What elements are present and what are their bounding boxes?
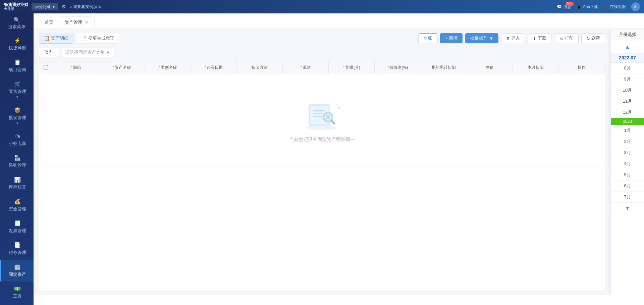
month-item-1[interactable]: 1月 bbox=[611, 125, 644, 136]
chevron-down-icon: ▼ bbox=[52, 4, 56, 9]
sidebar-item-project-contract[interactable]: 📋 项目合同 bbox=[0, 55, 34, 77]
year-2023-badge: 2023 bbox=[611, 118, 644, 125]
month-item-11[interactable]: 11月 bbox=[611, 96, 644, 107]
month-item-10[interactable]: 10月 bbox=[611, 85, 644, 96]
sidebar-item-ecommerce[interactable]: 🛍 小畅电商 bbox=[0, 129, 34, 151]
tab-asset-mgmt-label: 资产管理 bbox=[65, 19, 82, 26]
sidebar-item-tax-mgmt[interactable]: 📑 税务管理 bbox=[0, 238, 34, 260]
month-item-7[interactable]: 7月 bbox=[611, 192, 644, 203]
app-download-button[interactable]: 📱 App下载 bbox=[577, 4, 598, 10]
content-area: 首页 资产管理 ✕ 📋 资产明细 📄 变更生成凭证 bbox=[34, 13, 644, 305]
sidebar-item-purchase-mgmt[interactable]: 🏪 采购管理 bbox=[0, 151, 34, 172]
batch-ops-button[interactable]: 批量操作 ▼ bbox=[465, 33, 498, 43]
print-icon: 🖨 bbox=[559, 36, 564, 41]
table-body: 当前您还没有固定资产明细哦～ bbox=[39, 74, 605, 166]
asset-table: *编码 *资产名称 *类别名称 *购买日期 折旧方法 *原值 *期限(月) *残… bbox=[39, 61, 605, 291]
col-depreciation-method: 折旧方法 bbox=[237, 61, 283, 74]
empty-message: 当前您还没有固定资产明细哦～ bbox=[289, 137, 355, 143]
svg-point-13 bbox=[336, 104, 338, 105]
download-button[interactable]: ⬇ 下载 bbox=[528, 33, 551, 43]
month-item-9[interactable]: 9月 bbox=[611, 74, 644, 85]
page-content: 📋 资产明细 📄 变更生成凭证 对账 + 新增 bbox=[34, 29, 644, 295]
tax-icon: 📑 bbox=[14, 242, 21, 248]
sidebar-item-invoice-mgmt[interactable]: 🧾 发票管理 bbox=[0, 216, 34, 238]
month-panel-title: 月份选择 bbox=[613, 32, 641, 38]
ecommerce-icon: 🛍 bbox=[15, 133, 20, 139]
tab-bar: 首页 资产管理 ✕ bbox=[34, 13, 644, 29]
sidebar-item-fixed-assets[interactable]: 🏢 固定资产 bbox=[0, 260, 34, 282]
month-nav: ▲ bbox=[611, 41, 644, 53]
reconcile-button[interactable]: 对账 bbox=[419, 33, 437, 43]
fund-icon: 💰 bbox=[14, 198, 21, 205]
company-selector[interactable]: 示例公司 ▼ bbox=[32, 3, 58, 10]
month-nav-bottom: ▼ bbox=[611, 203, 644, 214]
asset-detail-icon: 📋 bbox=[44, 36, 50, 41]
month-item-6[interactable]: 6月 bbox=[611, 181, 644, 192]
sub-tab-change-voucher[interactable]: 📄 变更生成凭证 bbox=[76, 33, 119, 44]
month-item-4[interactable]: 4月 bbox=[611, 158, 644, 169]
month-item-12[interactable]: 12月 bbox=[611, 107, 644, 118]
settings-button[interactable]: ⚙ bbox=[62, 4, 66, 9]
month-panel-header: 月份选择 bbox=[611, 29, 644, 41]
gear-icon: ⚙ bbox=[62, 4, 66, 9]
sidebar-item-quick-nav[interactable]: ⚡ 快捷导航 bbox=[0, 33, 34, 55]
svg-rect-5 bbox=[313, 116, 323, 117]
import-icon: ⬆ bbox=[506, 36, 510, 41]
sidebar-item-salary[interactable]: 💵 工资 bbox=[0, 282, 34, 303]
empty-state: 当前您还没有固定资产明细哦～ bbox=[42, 78, 602, 163]
month-year-display[interactable]: 2022.07 bbox=[611, 53, 644, 63]
svg-point-14 bbox=[341, 105, 342, 106]
project-icon: 📋 bbox=[14, 59, 21, 65]
service-icon: 🎧 bbox=[603, 4, 608, 9]
select-all-checkbox[interactable] bbox=[44, 65, 48, 69]
sidebar-item-operations-mgmt[interactable]: 📈 经营管理 bbox=[0, 303, 34, 305]
wholesale-icon: 📦 bbox=[14, 107, 21, 113]
main-panel: 📋 资产明细 📄 变更生成凭证 对账 + 新增 bbox=[34, 29, 610, 295]
category-select[interactable]: 请选择固定资产类别 ▼ bbox=[62, 48, 114, 57]
month-item-8[interactable]: 8月 bbox=[611, 63, 644, 74]
user-avatar[interactable]: AI bbox=[631, 2, 640, 11]
col-category: *类别名称 bbox=[145, 61, 191, 74]
main-layout: 🔍 搜索菜单 ⚡ 快捷导航 📋 项目合同 🛒 零售管理 ▼ 📦 批发管理 ▼ 🛍… bbox=[0, 13, 644, 305]
sidebar-item-inventory[interactable]: 📊 库存核算 bbox=[0, 172, 34, 194]
salary-icon: 💵 bbox=[14, 286, 21, 292]
month-item-3[interactable]: 3月 bbox=[611, 147, 644, 158]
inventory-icon: 📊 bbox=[14, 176, 21, 183]
svg-rect-3 bbox=[313, 110, 324, 111]
message-button[interactable]: 💬 消息 99+ bbox=[557, 4, 571, 10]
import-button[interactable]: ⬆ 导入 bbox=[501, 33, 525, 43]
svg-point-12 bbox=[338, 107, 340, 109]
month-item-5[interactable]: 5月 bbox=[611, 169, 644, 181]
add-button[interactable]: + 新增 bbox=[440, 33, 463, 43]
month-nav-down[interactable]: ▼ bbox=[623, 205, 632, 212]
tab-asset-mgmt[interactable]: 资产管理 ✕ bbox=[59, 16, 95, 29]
col-accumulated-depreciation: 期初累计折旧 bbox=[421, 61, 467, 74]
print-button[interactable]: 🖨 打印 bbox=[554, 33, 579, 43]
demo-link[interactable]: ○ 我要看实例演示 bbox=[69, 4, 101, 10]
empty-state-cell: 当前您还没有固定资产明细哦～ bbox=[39, 74, 605, 166]
empty-state-row: 当前您还没有固定资产明细哦～ bbox=[39, 74, 605, 166]
bottom-bar bbox=[34, 295, 644, 305]
col-operations: 操作 bbox=[558, 61, 604, 74]
sidebar-item-wholesale-mgmt[interactable]: 📦 批发管理 ▼ bbox=[0, 103, 34, 129]
category-label: 类别 bbox=[39, 48, 59, 57]
sub-tab-asset-detail[interactable]: 📋 资产明细 bbox=[39, 33, 73, 44]
sidebar-item-retail-mgmt[interactable]: 🛒 零售管理 ▼ bbox=[0, 77, 34, 103]
month-item-2[interactable]: 2月 bbox=[611, 136, 644, 147]
online-service-button[interactable]: 🎧 在线客服 bbox=[603, 4, 626, 10]
message-badge: 99+ bbox=[566, 2, 574, 6]
month-nav-up[interactable]: ▲ bbox=[623, 43, 632, 51]
refresh-button[interactable]: ↻ 刷新 bbox=[581, 33, 605, 43]
message-icon: 💬 bbox=[557, 4, 562, 9]
svg-rect-4 bbox=[313, 113, 322, 114]
filter-bar: 类别 请选择固定资产类别 ▼ bbox=[39, 48, 605, 57]
table-header-row: *编码 *资产名称 *类别名称 *购买日期 折旧方法 *原值 *期限(月) *残… bbox=[39, 61, 605, 74]
select-arrow-icon: ▼ bbox=[106, 50, 110, 55]
col-checkbox bbox=[39, 61, 53, 74]
tab-home[interactable]: 首页 bbox=[39, 16, 59, 29]
download-icon: ⬇ bbox=[533, 36, 536, 41]
sidebar-item-fund-mgmt[interactable]: 💰 资金管理 bbox=[0, 194, 34, 216]
tab-close-button[interactable]: ✕ bbox=[84, 20, 89, 25]
quick-nav-icon: ⚡ bbox=[14, 37, 21, 44]
sidebar-search[interactable]: 🔍 搜索菜单 bbox=[0, 13, 34, 33]
